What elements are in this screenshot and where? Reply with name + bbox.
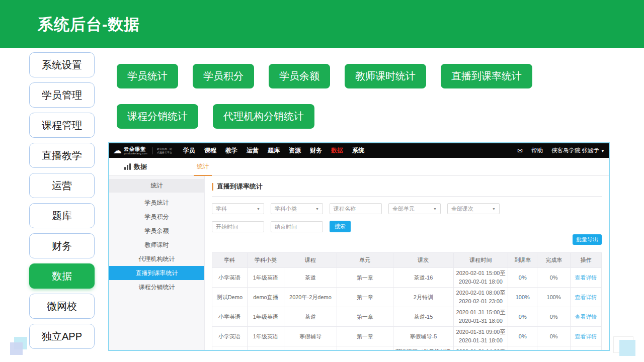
nav-item-data-active[interactable]: 数据 [331, 146, 343, 155]
course-name-input[interactable] [330, 203, 382, 214]
view-detail-link[interactable]: 查看详情 [575, 294, 597, 300]
menu-item-teacher-hours[interactable]: 教师课时 [109, 238, 204, 252]
table-row: 小学英语 1年级英语 茶道 第一章 茶道-16 2020-02-01 15:00… [212, 268, 602, 288]
brand-name: 云朵课堂 [124, 146, 147, 152]
nav-item-resources[interactable]: 资源 [289, 146, 301, 155]
panel-title: 直播到课率统计 [212, 182, 602, 197]
quick-btn-student-stats[interactable]: 学员统计 [117, 64, 178, 88]
rail-item-system-settings[interactable]: 系统设置 [29, 52, 95, 77]
start-time-input[interactable] [212, 221, 264, 232]
rail-item-student-mgmt[interactable]: 学员管理 [29, 82, 95, 108]
admin-menu: 统计 学员统计 学员积分 学员余额 教师课时 代理机构统计 直播到课率统计 课程… [109, 176, 205, 351]
admin-nav-right: ✉ 帮助 侠客岛学院 张涵予▼ [517, 147, 609, 154]
chevron-down-icon: ▼ [315, 207, 319, 211]
module-label: 数据 [124, 162, 147, 171]
table-row: 小学英语 1年级英语 茶道 第一章 茶道-15 2020-01-31 15:00… [212, 307, 602, 327]
chevron-down-icon: ▼ [492, 207, 496, 211]
mail-icon[interactable]: ✉ [517, 147, 523, 154]
col-subject: 学科 [212, 253, 248, 268]
nav-item-system[interactable]: 系统 [352, 146, 364, 155]
brand-logo: ☁ 云朵课堂 yunduoketang.com 教育机构一站 式服务云平台 [109, 146, 176, 155]
end-time-input[interactable] [271, 221, 323, 232]
menu-item-course-distribution[interactable]: 课程分销统计 [109, 280, 204, 294]
rail-item-data[interactable]: 数据 [29, 263, 95, 289]
admin-screenshot: ☁ 云朵课堂 yunduoketang.com 教育机构一站 式服务云平台 学员… [108, 142, 610, 351]
account-menu[interactable]: 侠客岛学院 张涵予▼ [551, 147, 605, 154]
left-rail: 系统设置 学员管理 课程管理 直播教学 运营 题库 财务 数据 微网校 独立AP… [29, 52, 95, 349]
decor-square-bottom-right-cyan [619, 340, 635, 356]
rail-item-standalone-app[interactable]: 独立APP [29, 324, 95, 349]
col-attendance: 到课率 [508, 253, 537, 268]
brand-tagline: 教育机构一站 式服务云平台 [157, 147, 172, 154]
admin-nav-items: 学员 课程 教学 运营 题库 资源 财务 数据 系统 [183, 146, 364, 155]
cloud-icon: ☁ [113, 146, 122, 155]
menu-item-agency-stats[interactable]: 代理机构统计 [109, 252, 204, 266]
view-detail-link[interactable]: 查看详情 [575, 275, 597, 281]
nav-item-operations[interactable]: 运营 [247, 146, 259, 155]
table-row: 小学英语 1年级英语 寒假辅导 28号章节 英语课程（批量添加课次）-3 202… [212, 346, 602, 351]
quick-buttons: 学员统计 学员积分 学员余额 教师课时统计 直播到课率统计 课程分销统计 代理机… [117, 64, 610, 129]
title-accent-bar [212, 183, 213, 191]
bar-chart-icon [124, 163, 131, 170]
batch-export-button[interactable]: 批量导出 [573, 234, 602, 245]
nav-item-finance[interactable]: 财务 [310, 146, 322, 155]
quick-btn-attendance-stats[interactable]: 直播到课率统计 [441, 64, 532, 88]
rail-item-operations[interactable]: 运营 [29, 173, 95, 198]
quick-btn-agency-distribution[interactable]: 代理机构分销统计 [213, 104, 314, 129]
chevron-down-icon: ▼ [433, 207, 437, 211]
filter-row-1: 学科 ▼ 学科小类 ▼ 全部单元 ▼ 全部课次 ▼ [212, 203, 602, 214]
quick-btn-teacher-hours[interactable]: 教师课时统计 [345, 64, 426, 88]
attendance-table: 学科 学科小类 课程 单元 课次 课程时间 到课率 完成率 操作 小学英语 1年 [212, 252, 602, 351]
rail-item-finance[interactable]: 财务 [29, 233, 95, 258]
brand-url: yunduoketang.com [124, 152, 147, 155]
menu-item-student-points[interactable]: 学员积分 [109, 210, 204, 224]
subject-subcategory-select[interactable]: 学科小类 ▼ [271, 203, 323, 214]
col-unit: 单元 [337, 253, 393, 268]
col-subcategory: 学科小类 [247, 253, 284, 268]
table-row: 测试Demo demo直播 2020年-2月demo 第一章 2月特训 2020… [212, 288, 602, 307]
table-header-row: 学科 学科小类 课程 单元 课次 课程时间 到课率 完成率 操作 [212, 253, 602, 268]
col-action: 操作 [571, 253, 602, 268]
col-completion: 完成率 [537, 253, 571, 268]
nav-item-courses[interactable]: 课程 [204, 146, 216, 155]
nav-item-teaching[interactable]: 教学 [225, 146, 237, 155]
logo-divider [152, 147, 152, 154]
quick-btn-student-points[interactable]: 学员积分 [193, 64, 254, 88]
table-row: 小学英语 1年级英语 寒假辅导 第一章 寒假辅导-5 2020-01-31 09… [212, 327, 602, 346]
menu-header: 统计 [109, 179, 204, 193]
admin-main: 直播到课率统计 学科 ▼ 学科小类 ▼ 全部单元 ▼ 全部课次 ▼ [205, 176, 609, 351]
nav-item-question-bank[interactable]: 题库 [268, 146, 280, 155]
col-lesson: 课次 [393, 253, 453, 268]
view-detail-link[interactable]: 查看详情 [575, 333, 597, 339]
subject-select[interactable]: 学科 ▼ [212, 203, 264, 214]
search-button[interactable]: 搜索 [330, 221, 351, 232]
lesson-select[interactable]: 全部课次 ▼ [447, 203, 500, 214]
rail-item-course-mgmt[interactable]: 课程管理 [29, 113, 95, 138]
page-banner: 系统后台-数据 [0, 0, 644, 48]
view-detail-link[interactable]: 查看详情 [575, 314, 597, 320]
rail-item-question-bank[interactable]: 题库 [29, 203, 95, 228]
col-time: 课程时间 [453, 253, 508, 268]
menu-item-student-stats[interactable]: 学员统计 [109, 196, 204, 210]
unit-select[interactable]: 全部单元 ▼ [388, 203, 441, 214]
rail-item-live-teaching[interactable]: 直播教学 [29, 143, 95, 168]
col-course: 课程 [284, 253, 337, 268]
menu-item-student-balance[interactable]: 学员余额 [109, 224, 204, 238]
help-link[interactable]: 帮助 [531, 147, 543, 154]
account-name: 侠客岛学院 张涵予 [551, 147, 599, 153]
chevron-down-icon: ▼ [257, 207, 260, 211]
quick-btn-student-balance[interactable]: 学员余额 [269, 64, 330, 88]
rail-item-micro-school[interactable]: 微网校 [29, 294, 95, 319]
page-title: 系统后台-数据 [38, 14, 140, 35]
admin-navbar: ☁ 云朵课堂 yunduoketang.com 教育机构一站 式服务云平台 学员… [109, 143, 609, 158]
decor-square-bottom-left-purple [10, 342, 23, 355]
filter-row-2: 搜索 [212, 221, 602, 232]
tab-statistics[interactable]: 统计 [194, 158, 212, 176]
quick-btn-course-distribution[interactable]: 课程分销统计 [117, 104, 198, 129]
menu-item-attendance-stats[interactable]: 直播到课率统计 [109, 266, 204, 280]
nav-item-students[interactable]: 学员 [183, 146, 195, 155]
admin-subnav: 数据 统计 [109, 158, 609, 176]
chevron-down-icon: ▼ [601, 149, 605, 153]
